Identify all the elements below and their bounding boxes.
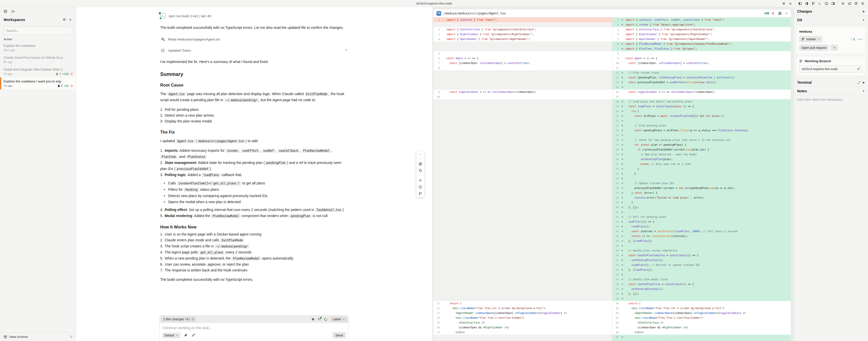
pen-icon[interactable] xyxy=(191,333,195,337)
message-input[interactable]: Continue working on this task... xyxy=(160,323,348,331)
monitor-icon[interactable] xyxy=(418,185,422,189)
pr-options-dropdown[interactable] xyxy=(831,44,838,51)
expand-icon[interactable] xyxy=(857,81,860,84)
pencil-icon[interactable] xyxy=(857,67,860,70)
terminal-section-header[interactable]: Terminal ▶ xyxy=(794,78,868,87)
panel-left-icon[interactable] xyxy=(798,2,802,5)
diff-line: 15 <ChatInterface /> xyxy=(433,320,612,325)
play-icon[interactable] xyxy=(418,179,422,182)
line-number: 43 xyxy=(612,220,622,223)
sign-out-icon[interactable] xyxy=(11,10,15,13)
line-number: 45 xyxy=(612,230,622,233)
send-button[interactable]: Send xyxy=(332,332,346,338)
sparkle-icon[interactable] xyxy=(311,317,315,321)
paperclip-icon[interactable] xyxy=(184,333,188,337)
workspaces-title: Workspaces xyxy=(4,18,25,22)
branch-icon[interactable] xyxy=(418,192,422,195)
drag-handle-icon[interactable] xyxy=(419,153,422,156)
diff-header-icons xyxy=(778,12,788,15)
megaphone-icon[interactable] xyxy=(848,2,851,5)
view-archive-button[interactable]: View Archive 0 xyxy=(0,332,76,341)
diff-line: 67+ xyxy=(612,335,791,339)
monitor-icon[interactable] xyxy=(825,2,828,5)
inline-code: useEffect xyxy=(241,149,260,153)
wrap-off-icon[interactable] xyxy=(778,12,782,15)
branch-icon[interactable] xyxy=(812,2,815,5)
diff-line xyxy=(433,287,612,291)
paragraph: I updated Agent.tsx (medusa/src/pages/Ag… xyxy=(160,138,348,144)
line-number: 38 xyxy=(612,196,622,199)
line-number: 61 xyxy=(612,307,622,310)
workspaces-header-icons xyxy=(63,18,72,22)
gear-icon[interactable] xyxy=(861,2,864,5)
diff-line: 53+ }, [loadPlans]); xyxy=(612,268,791,272)
terminal-icon[interactable] xyxy=(818,2,822,5)
diff-file-path: /medusa/medusa/src/pages/Agent.tsx xyxy=(444,12,506,15)
diff-line xyxy=(433,258,612,262)
line-number: 17 xyxy=(433,331,443,334)
line-number: 2 xyxy=(433,28,443,31)
more-options-icon[interactable]: ··· xyxy=(858,37,863,41)
spinner-icon[interactable] xyxy=(324,317,328,321)
inline-code: invoke<PlanItem[]>('get_all_plans') xyxy=(177,181,241,185)
mode-dropdown[interactable]: Default xyxy=(162,333,180,338)
git-section-body: medusa master ↑ 1 ··· Open pull request xyxy=(794,24,868,78)
diff-line xyxy=(433,253,612,258)
list-item: Calls invoke<PlanItem[]>('get_all_plans'… xyxy=(164,180,348,186)
workspaces-sidebar: Workspaces Active Explore the codebase35… xyxy=(0,7,76,341)
collapse-up-icon[interactable] xyxy=(788,2,792,5)
checklist-icon[interactable] xyxy=(318,317,321,321)
list-item: 1.Imports: Added necessary imports for i… xyxy=(160,148,348,160)
workspace-item[interactable]: Explore the codebase35m ago xyxy=(0,42,76,54)
layers-icon[interactable] xyxy=(63,18,66,22)
line-number: 14 xyxy=(612,81,622,84)
paragraph: The build completed successfully with no… xyxy=(160,277,348,283)
diff-line: 44+ loadPlans(); xyxy=(612,224,791,229)
diff-line: 27+ for (const plan of pendingPlans) { xyxy=(612,143,791,147)
archive-icon[interactable] xyxy=(4,10,7,13)
line-number: 37 xyxy=(612,191,622,194)
changes-section-header[interactable]: Changes ▶ xyxy=(794,7,868,16)
version-dropdown[interactable]: Latest xyxy=(330,316,347,322)
tool-call-row[interactable]: Read medusa/src/pages/Agent.tsx xyxy=(160,37,348,42)
diff-line: 6const Agent = () => { xyxy=(433,56,612,61)
line-number: 9 xyxy=(433,91,443,93)
diff-line xyxy=(433,162,612,166)
chat-scroll-area[interactable]: npm run build 2>&1 | tail -80The build c… xyxy=(76,7,432,315)
workspace-title: Install and integrate Vibe Kanban Web C xyxy=(4,67,75,71)
tool-call-row[interactable]: npm run build 2>&1 | tail -80 xyxy=(160,13,348,19)
workspace-item[interactable]: Explore the codebase I want you to exp7h… xyxy=(0,78,76,89)
workspace-item[interactable]: Install and integrate Vibe Kanban Web C7… xyxy=(0,65,76,78)
tool-call-row[interactable]: Updated Todos xyxy=(160,48,348,53)
open-pull-request-button[interactable]: Open pull request xyxy=(799,44,829,51)
contrast-icon[interactable] xyxy=(805,2,809,5)
notes-input[interactable]: Add notes about this workspace... xyxy=(794,95,868,104)
git-section-header[interactable]: Git ▼ xyxy=(794,16,868,24)
files-changed-badge[interactable]: 2 files changed +61 -3 xyxy=(161,316,196,322)
diff-line: 23+ // Find pending plans xyxy=(612,123,791,128)
copy-icon[interactable] xyxy=(418,169,422,172)
chat-content-column: npm run build 2>&1 | tail -80The build c… xyxy=(160,13,348,283)
diff-line xyxy=(433,99,612,104)
diff-card: TS /medusa/medusa/src/pages/Agent.tsx +5… xyxy=(433,9,791,341)
composer-header-icons: Latest xyxy=(311,316,347,322)
notes-section-header[interactable]: Notes ▼ xyxy=(794,87,868,95)
diff-line xyxy=(433,234,612,239)
branch-dropdown[interactable]: master xyxy=(799,36,823,42)
chevron-down-icon[interactable] xyxy=(345,48,348,52)
line-number: 27 xyxy=(612,144,622,146)
workspace-item[interactable]: Create Good First Issues on Github So p6… xyxy=(0,54,76,65)
plus-icon[interactable] xyxy=(69,18,72,22)
help-icon[interactable] xyxy=(854,2,858,5)
wrap-off-icon[interactable] xyxy=(418,162,422,166)
ahead-count: ↑ 1 xyxy=(850,37,855,41)
working-branch-input[interactable]: vk/3ccf-explore-the-code xyxy=(799,65,863,72)
pause-icon[interactable] xyxy=(782,2,785,5)
menu-icon[interactable] xyxy=(841,2,845,5)
diff-line: 8 xyxy=(612,51,791,56)
diff-line: 54+ xyxy=(612,272,791,277)
chevron-down-icon[interactable] xyxy=(785,12,788,15)
tool-call-label: Read medusa/src/pages/Agent.tsx xyxy=(168,37,220,41)
search-input[interactable] xyxy=(4,27,72,35)
panel-right-icon[interactable] xyxy=(831,2,835,5)
